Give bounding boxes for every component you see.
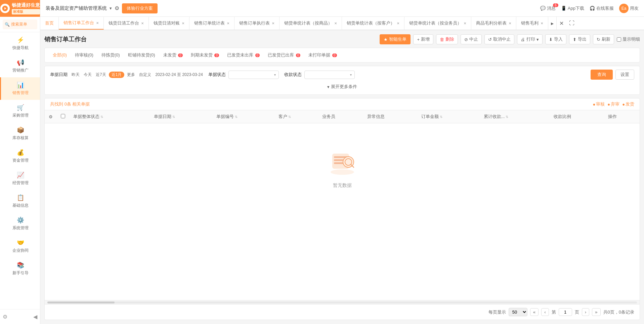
sidebar-item-finance[interactable]: 💰 资金管理 [0,145,40,167]
show-detail-checkbox[interactable] [617,37,621,42]
tab-gross-profit[interactable]: 商品毛利分析表 ✕ [471,17,516,30]
subtab-wangpu-ship[interactable]: 旺铺待发货(0) [124,51,159,59]
subtab-pending-review[interactable]: 待审核(0) [71,51,97,59]
tab-sales-summary-product[interactable]: 销货单统计表（按商品） ✕ [280,17,342,30]
show-detail-checkbox-label[interactable]: 显示明细 [617,36,640,42]
tab-sales-execute[interactable]: 销售订单执行表 ✕ [234,17,280,30]
filter-status-item: 单据状态 ▾ [208,71,279,79]
tab-maximize-button[interactable]: ⛶ [566,17,577,30]
expand-more-button[interactable]: ▾ 展开更多条件 [325,82,360,91]
enterprise-icon: 🤝 [17,239,24,246]
page-number-input[interactable] [559,308,572,316]
message-button[interactable]: 💬 消息 6 [540,5,556,11]
settings-icon[interactable]: ⚙ [49,114,53,119]
sales-summary-product-tab-close[interactable]: ✕ [334,22,337,25]
col-number: 单据编号 ⇅ [212,110,274,123]
filter-setting-button[interactable]: 设置 [615,70,634,80]
customer-sort-icon[interactable]: ⇅ [288,115,291,119]
topbar-settings-button[interactable]: ⚙ [115,5,119,11]
select-all-checkbox[interactable] [61,114,65,118]
sidebar-item-quick-nav[interactable]: ⚡ 快捷导航 [0,32,40,55]
empty-text: 暂无数据 [333,183,352,189]
subtab-all[interactable]: 全部(0) [49,51,71,59]
subtab-not-printed[interactable]: 未打印单据 0 [304,51,341,59]
tab-sales-summary-customer[interactable]: 销货单统计表（按客户） ✕ [342,17,404,30]
number-sort-icon[interactable]: ⇅ [235,115,238,119]
date-sort-icon[interactable]: ⇅ [172,115,175,119]
sidebar-item-system[interactable]: ⚙️ 系统管理 [0,212,40,235]
search-menu-button[interactable]: 🔍 搜索菜单 [3,19,37,29]
sales-gross-tab-close[interactable]: ✕ [541,22,543,25]
gross-profit-tab-close[interactable]: ✕ [509,22,511,25]
sidebar-item-sales[interactable]: 📊 销售管理 [0,77,40,100]
date-yesterday-button[interactable]: 昨天 [70,71,81,78]
status-sort-icon[interactable]: ⇅ [100,115,103,119]
tab-cash-reconcile[interactable]: 钱货日清对账 ✕ [149,17,189,30]
tab-nav-more-button[interactable]: ▸ [548,17,557,30]
date-1month-button[interactable]: 近1月 [109,72,125,78]
ship-button[interactable]: ● 发货 [622,101,634,107]
sidebar-item-newbie[interactable]: 📚 新手引导 [0,257,40,280]
subtab-shipped-out[interactable]: 已发货已出库 0 [264,51,304,59]
sidebar-item-inventory[interactable]: 📦 库存核算 [0,122,40,145]
tab-sales-gross[interactable]: 销售毛利 ✕ [516,17,548,30]
smart-generate-button[interactable]: ★ 智能生单 [380,34,411,44]
online-service-button[interactable]: 🎧 在线客服 [590,5,614,11]
sales-execute-tab-close[interactable]: ✕ [272,22,274,25]
tab-close-all-button[interactable]: ✕ [557,17,566,30]
refresh-button[interactable]: ↻ 刷新 [593,34,614,44]
first-page-button[interactable]: « [530,308,539,316]
import-button[interactable]: ⬇ 导入 [545,34,566,44]
subtab-shipped-not-out[interactable]: 已发货未出库 0 [223,51,264,59]
payment-select[interactable]: ▾ [304,71,355,79]
tab-sales-workbench[interactable]: 销售订单工作台 ✕ [59,17,104,30]
sidebar-item-base-info[interactable]: 📋 基础信息 [0,190,40,212]
cash-reconcile-tab-close[interactable]: ✕ [182,22,184,25]
export-button[interactable]: ⬆ 导出 [569,34,590,44]
subtab-pending-inspect[interactable]: 待拣货(0) [97,51,124,59]
approve-button[interactable]: ● 审核 [593,101,605,107]
scrollbar-thumb[interactable] [47,301,115,303]
sales-stats-tab-close[interactable]: ✕ [227,22,229,25]
page-size-select[interactable]: 50 10 20 100 [509,308,527,316]
stop-button[interactable]: ⊘ 中止 [461,34,482,44]
subtab-not-shipped[interactable]: 未发货 0 [159,51,187,59]
sales-workbench-tab-close[interactable]: ✕ [96,21,99,25]
tab-sales-summary-staff[interactable]: 销货单统计表（按业务员） ✕ [404,17,471,30]
cash-daily-tab-close[interactable]: ✕ [141,22,144,25]
unapprove-button[interactable]: ● 弃审 [607,101,619,107]
date-more-button[interactable]: 更多 [126,71,136,78]
sales-summary-customer-tab-close[interactable]: ✕ [397,22,399,25]
tab-home[interactable]: 首页 [40,17,59,30]
sidebar-collapse-button[interactable]: ◀ [33,314,37,320]
received-sort-icon[interactable]: ⇅ [506,115,508,119]
user-menu-button[interactable]: Ea 用友 [619,4,639,13]
date-7days-button[interactable]: 近7天 [94,71,108,78]
amount-col-label: 订单金额 [421,114,439,120]
tab-cash-daily[interactable]: 钱货日清工作台 ✕ [104,17,149,30]
sidebar-item-enterprise[interactable]: 🤝 企业协同 [0,235,40,257]
date-today-button[interactable]: 今天 [82,71,93,78]
system-dropdown-button[interactable]: ▾ [110,6,112,11]
amount-sort-icon[interactable]: ⇅ [440,115,442,119]
status-select[interactable]: ▾ [228,71,279,79]
sales-summary-staff-tab-close[interactable]: ✕ [464,22,466,25]
delete-button[interactable]: 🗑 删除 [436,34,458,44]
add-button[interactable]: + 新增 [413,34,433,44]
sidebar-item-operations[interactable]: 📈 经营管理 [0,167,40,190]
date-custom-button[interactable]: 自定义 [138,71,153,78]
next-page-button[interactable]: › [582,308,589,316]
cancel-stop-button[interactable]: ↺ 取消中止 [484,34,514,44]
sidebar-settings-button[interactable]: ⚙ [3,314,7,320]
print-button[interactable]: 🖨 打印 ▾ [517,34,543,44]
last-page-button[interactable]: » [592,308,600,316]
app-download-button[interactable]: 📱 App下载 [561,5,584,11]
sidebar-item-purchase[interactable]: 🛒 采购管理 [0,100,40,122]
query-button[interactable]: 查询 [591,70,613,80]
horizontal-scrollbar[interactable] [45,300,640,304]
prev-page-button[interactable]: ‹ [541,308,549,316]
subtab-overdue-ship[interactable]: 到期未发货 0 [187,51,223,59]
tab-sales-stats[interactable]: 销售订单统计表 ✕ [189,17,234,30]
sidebar-item-marketing[interactable]: 📢 营销推广 [0,55,40,77]
solution-button[interactable]: 体验行业方案 [122,3,158,13]
